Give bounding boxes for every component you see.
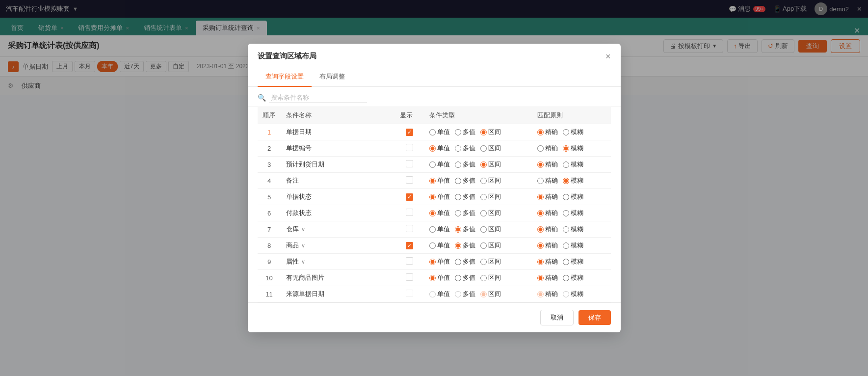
dialog-tab-layout[interactable]: 布局调整 xyxy=(312,67,353,87)
search-input[interactable] xyxy=(269,93,367,95)
dialog-tab-fields[interactable]: 查询字段设置 xyxy=(258,67,312,87)
dialog-title: 设置查询区域布局 xyxy=(258,52,316,61)
dialog-search-bar: 🔍 xyxy=(248,87,621,95)
search-icon: 🔍 xyxy=(258,94,266,95)
dialog-header: 设置查询区域布局 × xyxy=(248,44,621,67)
dialog-tab-fields-label: 查询字段设置 xyxy=(265,73,304,80)
settings-dialog: 设置查询区域布局 × 查询字段设置 布局调整 🔍 顺序 条件名称 xyxy=(248,44,621,95)
modal-overlay: 设置查询区域布局 × 查询字段设置 布局调整 🔍 顺序 条件名称 xyxy=(0,0,868,95)
dialog-close-btn[interactable]: × xyxy=(605,52,611,61)
dialog-tabs: 查询字段设置 布局调整 xyxy=(248,67,621,87)
dialog-tab-layout-label: 布局调整 xyxy=(319,73,345,80)
